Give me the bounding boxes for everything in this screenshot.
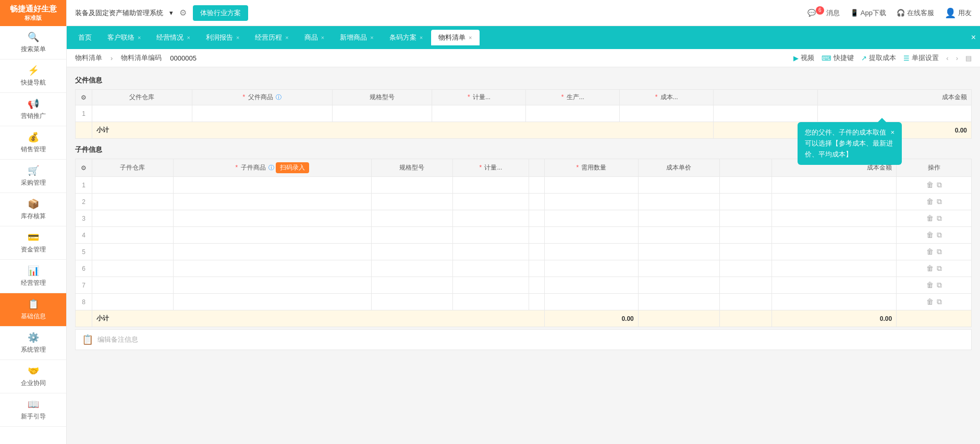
child-goods-1[interactable] <box>173 177 371 194</box>
copy-icon-4[interactable]: ⧉ <box>937 231 942 239</box>
tooltip-close-btn[interactable]: × <box>890 127 895 138</box>
child-qty-1[interactable] <box>545 177 639 194</box>
tab-customer[interactable]: 客户联络 × <box>100 30 148 45</box>
sidebar-item-system[interactable]: ⚙️ 系统管理 <box>0 327 66 360</box>
tab-close-new-goods[interactable]: × <box>370 34 373 41</box>
child-warehouse-5[interactable] <box>92 244 174 260</box>
child-spec-4[interactable] <box>372 227 453 244</box>
copy-icon-8[interactable]: ⧉ <box>937 297 942 306</box>
child-unit-5[interactable] <box>452 244 529 260</box>
video-btn[interactable]: ▶ 视频 <box>793 53 814 63</box>
child-warehouse-8[interactable] <box>92 294 174 310</box>
child-th-settings[interactable]: ⚙ <box>76 159 92 177</box>
copy-icon-3[interactable]: ⧉ <box>937 214 942 223</box>
sidebar-item-sales[interactable]: 💰 销售管理 <box>0 126 66 160</box>
copy-icon-6[interactable]: ⧉ <box>937 264 942 273</box>
sidebar-item-operation[interactable]: 📊 经营管理 <box>0 260 66 293</box>
child-goods-8[interactable] <box>173 294 371 310</box>
child-unit-cost-4[interactable] <box>638 227 719 244</box>
parent-goods-info-icon[interactable]: ⓘ <box>276 94 281 100</box>
tab-close-operations[interactable]: × <box>187 34 190 41</box>
tab-close-customer[interactable]: × <box>138 34 141 41</box>
child-qty-2[interactable] <box>545 194 639 210</box>
child-unit-cost-2[interactable] <box>638 194 719 210</box>
user-item[interactable]: 👤 用友 <box>945 7 972 19</box>
tab-bom[interactable]: 物料清单 × <box>431 30 479 45</box>
tab-history[interactable]: 经营历程 × <box>248 30 296 45</box>
child-warehouse-1[interactable] <box>92 177 174 194</box>
child-warehouse-3[interactable] <box>92 210 174 227</box>
child-goods-5[interactable] <box>173 244 371 260</box>
child-unit-8[interactable] <box>452 294 529 310</box>
delete-icon-4[interactable]: 🗑 <box>926 231 934 239</box>
copy-icon-5[interactable]: ⧉ <box>937 247 942 256</box>
note-text[interactable]: 编辑备注信息 <box>97 335 138 344</box>
copy-icon-1[interactable]: ⧉ <box>937 181 942 189</box>
child-qty-6[interactable] <box>545 260 639 277</box>
layout-icon[interactable]: ▤ <box>965 54 972 62</box>
child-qty-3[interactable] <box>545 210 639 227</box>
sidebar-item-finance[interactable]: 💳 资金管理 <box>0 226 66 260</box>
sidebar-item-guide[interactable]: 📖 新手引导 <box>0 393 66 427</box>
tab-profit[interactable]: 利润报告 × <box>199 30 247 45</box>
topbar-dropdown[interactable]: ▾ <box>169 9 173 17</box>
sidebar-item-quicknav[interactable]: ⚡ 快捷导航 <box>0 59 66 93</box>
child-unit-3[interactable] <box>452 210 529 227</box>
sidebar-item-search[interactable]: 🔍 搜索菜单 <box>0 26 66 59</box>
parent-th-settings[interactable]: ⚙ <box>76 90 92 105</box>
child-spec-8[interactable] <box>372 294 453 310</box>
child-goods-info-icon[interactable]: ⓘ <box>268 164 274 171</box>
sidebar-item-collab[interactable]: 🤝 企业协同 <box>0 360 66 393</box>
child-goods-6[interactable] <box>173 260 371 277</box>
child-warehouse-6[interactable] <box>92 260 174 277</box>
scan-input-btn[interactable]: 扫码录入 <box>276 162 309 173</box>
tab-close-bom[interactable]: × <box>469 34 472 41</box>
child-spec-3[interactable] <box>372 210 453 227</box>
delete-icon-8[interactable]: 🗑 <box>926 297 934 306</box>
child-qty-5[interactable] <box>545 244 639 260</box>
delete-icon-2[interactable]: 🗑 <box>926 197 934 206</box>
child-unit-cost-5[interactable] <box>638 244 719 260</box>
child-qty-4[interactable] <box>545 227 639 244</box>
delete-icon-3[interactable]: 🗑 <box>926 214 934 223</box>
tab-close-history[interactable]: × <box>285 34 288 41</box>
child-unit-4[interactable] <box>452 227 529 244</box>
child-goods-3[interactable] <box>173 210 371 227</box>
child-qty-8[interactable] <box>545 294 639 310</box>
copy-icon-7[interactable]: ⧉ <box>937 281 942 290</box>
gear-icon[interactable]: ⚙ <box>179 8 187 18</box>
tab-barcode[interactable]: 条码方案 × <box>382 30 430 45</box>
child-unit-cost-1[interactable] <box>638 177 719 194</box>
delete-icon-1[interactable]: 🗑 <box>926 181 934 189</box>
child-unit-cost-8[interactable] <box>638 294 719 310</box>
nav-prev-icon[interactable]: ‹ <box>946 54 948 62</box>
close-all-tabs-icon[interactable]: × <box>971 33 976 42</box>
extract-cost-btn[interactable]: ↗ 提取成本 <box>861 53 896 63</box>
breadcrumb-bom[interactable]: 物料清单 <box>75 53 102 63</box>
copy-icon-2[interactable]: ⧉ <box>937 197 942 206</box>
child-unit-2[interactable] <box>452 194 529 210</box>
single-settings-btn[interactable]: ☰ 单据设置 <box>903 53 939 63</box>
tab-close-goods[interactable]: × <box>321 34 324 41</box>
app-download-item[interactable]: 📱 App下载 <box>850 8 886 18</box>
tab-home[interactable]: 首页 <box>71 30 99 45</box>
delete-icon-6[interactable]: 🗑 <box>926 264 934 273</box>
topbar-experience-btn[interactable]: 体验行业方案 <box>193 5 248 21</box>
sidebar-item-purchase[interactable]: 🛒 采购管理 <box>0 160 66 193</box>
parent-produce-cell[interactable] <box>526 105 620 122</box>
child-spec-1[interactable] <box>372 177 453 194</box>
tab-operations[interactable]: 经营情况 × <box>149 30 197 45</box>
child-unit-cost-3[interactable] <box>638 210 719 227</box>
child-unit-cost-7[interactable] <box>638 277 719 294</box>
delete-icon-7[interactable]: 🗑 <box>926 281 934 290</box>
child-warehouse-4[interactable] <box>92 227 174 244</box>
parent-unit-cell[interactable] <box>432 105 526 122</box>
child-goods-4[interactable] <box>173 227 371 244</box>
tab-goods[interactable]: 商品 × <box>297 30 332 45</box>
tab-close-barcode[interactable]: × <box>420 34 423 41</box>
child-qty-7[interactable] <box>545 277 639 294</box>
child-unit-6[interactable] <box>452 260 529 277</box>
child-goods-7[interactable] <box>173 277 371 294</box>
delete-icon-5[interactable]: 🗑 <box>926 247 934 256</box>
child-unit-7[interactable] <box>452 277 529 294</box>
